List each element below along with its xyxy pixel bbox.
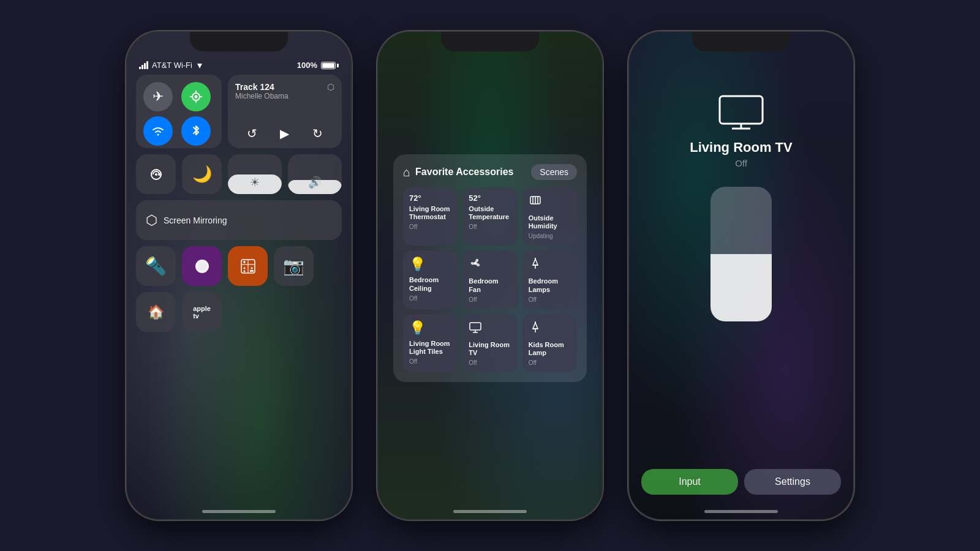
home-indicator-2 (453, 510, 527, 513)
bar-4 (146, 61, 148, 69)
fan-svg (469, 257, 482, 270)
wifi-icon: ▾ (197, 59, 202, 71)
panel-title-row: ⌂ Favorite Accessories (403, 165, 513, 179)
humidity-svg (529, 193, 542, 207)
battery-fill (322, 63, 334, 68)
signal-carrier: AT&T Wi-Fi ▾ (139, 59, 202, 71)
flashlight-button[interactable]: 🔦 (136, 246, 176, 286)
battery-body (321, 62, 336, 69)
notch-1 (190, 32, 288, 51)
airplay-icon[interactable]: ⬡ (327, 82, 334, 92)
lamps-name: Bedroom Lamps (529, 277, 571, 293)
track-artist: Michelle Obama (235, 92, 334, 100)
ceiling-name: Bedroom Ceiling (409, 276, 451, 292)
thermostat-name: Living Room Thermostat (409, 205, 451, 221)
music-panel: ⬡ Track 124 Michelle Obama ↺ ▶ ↻ (228, 75, 342, 148)
cc-mirror-row: ⬡ Screen Mirroring (136, 200, 342, 240)
accessory-tile-lr-lights[interactable]: 💡 Living Room Light Tiles Off (403, 314, 458, 372)
accessory-tile-bedroom-fan[interactable]: Bedroom Fan Off (462, 250, 517, 309)
volume-slider[interactable]: 🔊 (288, 154, 342, 194)
remote-top (710, 187, 772, 254)
battery-percent: 100% (297, 61, 317, 70)
lr-lights-status: Off (409, 358, 451, 365)
camera-button[interactable]: 📷 (274, 246, 314, 286)
settings-button[interactable]: Settings (744, 469, 841, 495)
bar-3 (144, 63, 146, 69)
notch-2 (441, 32, 539, 51)
orientation-lock-button[interactable] (136, 154, 176, 194)
home-panel-icon: ⌂ (403, 165, 410, 179)
lr-tv-status: Off (469, 359, 511, 366)
apple-tv-button[interactable]: appletv (182, 292, 222, 332)
lamps-icon (529, 257, 571, 274)
outside-temp-value: 52° (469, 193, 511, 203)
screen-mirroring-button[interactable]: ⬡ Screen Mirroring (136, 200, 342, 240)
tv-device-status: Off (735, 158, 747, 168)
control-center-content: ✈ (136, 75, 342, 332)
svg-rect-15 (250, 270, 254, 272)
lamp-svg (529, 257, 542, 270)
tv-bottom-buttons: Input Settings (641, 469, 841, 495)
accessory-tile-thermostat[interactable]: 72° Living Room Thermostat Off (403, 187, 458, 246)
svg-point-12 (243, 267, 245, 269)
kids-lamp-svg (529, 320, 542, 334)
home-indicator-3 (704, 510, 778, 513)
scenes-button[interactable]: Scenes (531, 164, 577, 180)
forward-button[interactable]: ↻ (312, 126, 323, 141)
home-app-button[interactable]: 🏠 (136, 292, 176, 332)
thermostat-status: Off (409, 223, 451, 230)
ceiling-status: Off (409, 295, 451, 302)
bluetooth-button[interactable] (181, 116, 211, 146)
svg-rect-32 (720, 96, 763, 124)
humidity-status: Updating (529, 233, 571, 239)
humidity-icon (529, 193, 571, 211)
accessory-tile-kids-lamp[interactable]: Kids Room Lamp Off (522, 314, 577, 372)
thermostat-temp: 72° (409, 193, 451, 203)
lr-lights-name: Living Room Light Tiles (409, 340, 451, 356)
record-circle (195, 260, 209, 273)
tv-remote-container (710, 187, 772, 321)
cellular-button[interactable] (181, 82, 211, 111)
input-button[interactable]: Input (641, 469, 738, 495)
fan-name: Bedroom Fan (469, 277, 511, 293)
panel-title: Favorite Accessories (415, 167, 513, 178)
battery-area: 100% (297, 61, 339, 70)
connectivity-panel: ✈ (136, 75, 222, 148)
accessory-tile-bedroom-ceiling[interactable]: 💡 Bedroom Ceiling Off (403, 250, 458, 309)
orientation-lock-icon (148, 166, 165, 183)
lr-tv-name: Living Room TV (469, 341, 511, 357)
accessory-tile-lr-tv[interactable]: Living Room TV Off (462, 314, 517, 372)
battery-tip (337, 64, 339, 67)
cc-app-row-1: 🔦 📷 (136, 246, 342, 286)
outside-temp-name: Outside Temperature (469, 205, 511, 221)
carrier-text: AT&T Wi-Fi (152, 61, 192, 70)
screen-record-button[interactable] (182, 246, 222, 286)
phone-3: Living Room TV Off Input Settings (628, 31, 854, 520)
track-title: Track 124 (235, 82, 334, 92)
cc-top-row: ✈ (136, 75, 342, 148)
accessory-tile-bedroom-lamps[interactable]: Bedroom Lamps Off (522, 250, 577, 309)
kids-lamp-status: Off (529, 359, 571, 366)
bar-1 (139, 67, 141, 69)
home-accessories-panel: ⌂ Favorite Accessories Scenes 72° Living… (393, 154, 587, 382)
accessory-tile-outside-temp[interactable]: 52° Outside Temperature Off (462, 187, 517, 246)
accessory-tile-humidity[interactable]: Outside Humidity Updating (522, 187, 577, 246)
do-not-disturb-button[interactable]: 🌙 (182, 154, 222, 194)
play-button[interactable]: ▶ (280, 126, 289, 141)
wifi-button[interactable] (143, 116, 173, 146)
bluetooth-icon (191, 124, 201, 138)
tv-device-icon (717, 93, 766, 130)
svg-point-1 (195, 96, 198, 99)
notch-3 (692, 32, 790, 51)
screen-mirror-label: Screen Mirroring (164, 216, 227, 225)
home-indicator-1 (202, 510, 276, 513)
brightness-slider[interactable]: ☀ (228, 154, 282, 194)
lr-lights-icon: 💡 (409, 320, 451, 336)
calculator-button[interactable] (228, 246, 268, 286)
rewind-button[interactable]: ↺ (247, 126, 257, 141)
fan-icon (469, 257, 511, 274)
cc-mid-row: 🌙 ☀ 🔊 (136, 154, 342, 194)
cc-app-row-2: 🏠 appletv (136, 292, 342, 332)
airplane-mode-button[interactable]: ✈ (143, 82, 173, 111)
status-bar-1: AT&T Wi-Fi ▾ 100% (139, 59, 339, 71)
